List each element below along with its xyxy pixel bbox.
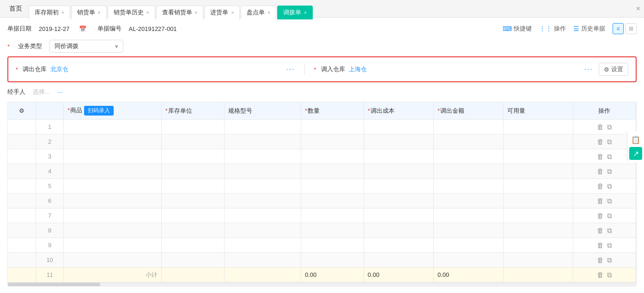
col-gear-header[interactable]: ⚙: [8, 102, 36, 120]
tab-transfer-order[interactable]: 调拨单 ×: [277, 6, 313, 19]
copy-icon[interactable]: ⧉: [607, 167, 612, 175]
row-qty-cell[interactable]: [301, 120, 364, 134]
row-spec-cell[interactable]: [224, 149, 301, 164]
delete-icon[interactable]: 🗑: [597, 123, 604, 131]
row-unit-cell[interactable]: [161, 120, 224, 134]
row-cost-cell[interactable]: [364, 208, 433, 223]
window-close-button[interactable]: ×: [636, 5, 640, 13]
list-view-button[interactable]: ≡: [613, 23, 624, 34]
tab-sales-order[interactable]: 销货单 ×: [71, 6, 107, 19]
row-product-cell[interactable]: [64, 164, 161, 179]
close-icon[interactable]: ×: [146, 10, 149, 15]
row-cost-cell[interactable]: [364, 149, 433, 164]
warehouse-in-more-button[interactable]: ···: [584, 65, 593, 73]
row-qty-cell[interactable]: [301, 208, 364, 223]
row-spec-cell[interactable]: [224, 194, 301, 208]
tab-purchase-order[interactable]: 进货单 ×: [204, 6, 240, 19]
row-amount-cell[interactable]: [433, 149, 503, 164]
warehouse-out-value[interactable]: 北京仓: [50, 65, 68, 73]
delete-icon[interactable]: 🗑: [597, 197, 604, 205]
row-unit-cell[interactable]: [161, 164, 224, 179]
sidebar-doc-icon[interactable]: 📋: [629, 133, 642, 146]
copy-icon[interactable]: ⧉: [607, 197, 612, 205]
row-amount-cell[interactable]: [433, 238, 503, 253]
delete-icon[interactable]: 🗑: [597, 138, 604, 146]
tab-inventory-init[interactable]: 库存期初 ×: [29, 6, 70, 19]
row-amount-cell[interactable]: [433, 179, 503, 194]
row-spec-cell[interactable]: [224, 208, 301, 223]
tab-inventory-count[interactable]: 盘点单 ×: [241, 6, 276, 19]
row-spec-cell[interactable]: [224, 223, 301, 238]
row-product-cell[interactable]: [64, 208, 161, 223]
sidebar-export-icon[interactable]: ↗: [629, 147, 642, 160]
tab-view-sales[interactable]: 查看销货单 ×: [156, 6, 204, 19]
warehouse-out-more-button[interactable]: ···: [286, 65, 295, 73]
row-product-cell[interactable]: [64, 134, 161, 149]
delete-icon[interactable]: 🗑: [597, 167, 604, 175]
delete-icon[interactable]: 🗑: [597, 212, 604, 220]
row-qty-cell[interactable]: [301, 179, 364, 194]
copy-icon[interactable]: ⧉: [607, 271, 612, 279]
row-product-cell[interactable]: [64, 120, 161, 134]
row-qty-cell[interactable]: [301, 164, 364, 179]
calendar-icon[interactable]: 📅: [79, 25, 86, 32]
delete-icon[interactable]: 🗑: [597, 241, 604, 249]
row-unit-cell[interactable]: [161, 238, 224, 253]
copy-icon[interactable]: ⧉: [607, 182, 612, 190]
settings-button[interactable]: ⚙ 设置: [599, 63, 628, 76]
row-amount-cell[interactable]: [433, 223, 503, 238]
row-qty-cell[interactable]: [301, 134, 364, 149]
delete-icon[interactable]: 🗑: [597, 153, 604, 160]
tab-sales-history[interactable]: 销货单历史 ×: [108, 6, 155, 19]
close-icon[interactable]: ×: [61, 10, 64, 15]
row-product-cell[interactable]: [64, 223, 161, 238]
row-qty-cell[interactable]: [301, 253, 364, 268]
row-unit-cell[interactable]: [161, 223, 224, 238]
row-product-cell[interactable]: [64, 149, 161, 164]
delete-icon[interactable]: 🗑: [597, 182, 604, 190]
business-type-select[interactable]: 同价调拨 ▾: [49, 40, 123, 53]
gear-icon[interactable]: ⚙: [19, 107, 24, 114]
row-amount-cell[interactable]: [433, 253, 503, 268]
operations-action[interactable]: ⋮⋮ 操作: [539, 24, 566, 33]
row-cost-cell[interactable]: [364, 120, 433, 134]
copy-icon[interactable]: ⧉: [607, 256, 612, 264]
horizontal-scrollbar[interactable]: [8, 282, 636, 286]
row-cost-cell[interactable]: [364, 253, 433, 268]
row-amount-cell[interactable]: [433, 208, 503, 223]
row-product-cell[interactable]: [64, 238, 161, 253]
row-cost-cell[interactable]: [364, 223, 433, 238]
grid-view-button[interactable]: ⊞: [626, 23, 637, 34]
row-product-cell[interactable]: [64, 179, 161, 194]
row-qty-cell[interactable]: [301, 238, 364, 253]
row-spec-cell[interactable]: [224, 253, 301, 268]
row-cost-cell[interactable]: [364, 179, 433, 194]
row-amount-cell[interactable]: [433, 164, 503, 179]
row-amount-cell[interactable]: [433, 120, 503, 134]
row-unit-cell[interactable]: [161, 194, 224, 208]
history-docs-action[interactable]: ☰ 历史单据: [573, 24, 605, 33]
row-spec-cell[interactable]: [224, 164, 301, 179]
copy-icon[interactable]: ⧉: [607, 212, 612, 220]
delete-icon[interactable]: 🗑: [597, 256, 604, 264]
warehouse-in-value[interactable]: 上海仓: [349, 65, 367, 73]
row-cost-cell[interactable]: [364, 134, 433, 149]
row-cost-cell[interactable]: [364, 164, 433, 179]
date-value[interactable]: 2019-12-27: [39, 25, 70, 32]
row-spec-cell[interactable]: [224, 134, 301, 149]
barcode-scan-button[interactable]: 扫码录入: [84, 106, 114, 116]
row-qty-cell[interactable]: [301, 149, 364, 164]
row-qty-cell[interactable]: [301, 223, 364, 238]
row-product-cell[interactable]: [64, 194, 161, 208]
close-icon[interactable]: ×: [304, 10, 307, 15]
row-cost-cell[interactable]: [364, 238, 433, 253]
close-icon[interactable]: ×: [267, 10, 270, 15]
row-spec-cell[interactable]: [224, 179, 301, 194]
shortcuts-action[interactable]: ⌨ 快捷键: [503, 24, 532, 33]
row-cost-cell[interactable]: [364, 194, 433, 208]
row-spec-cell[interactable]: [224, 238, 301, 253]
tab-home[interactable]: 首页: [4, 2, 28, 16]
person-more-button[interactable]: ···: [57, 88, 63, 96]
row-unit-cell[interactable]: [161, 134, 224, 149]
row-amount-cell[interactable]: [433, 134, 503, 149]
